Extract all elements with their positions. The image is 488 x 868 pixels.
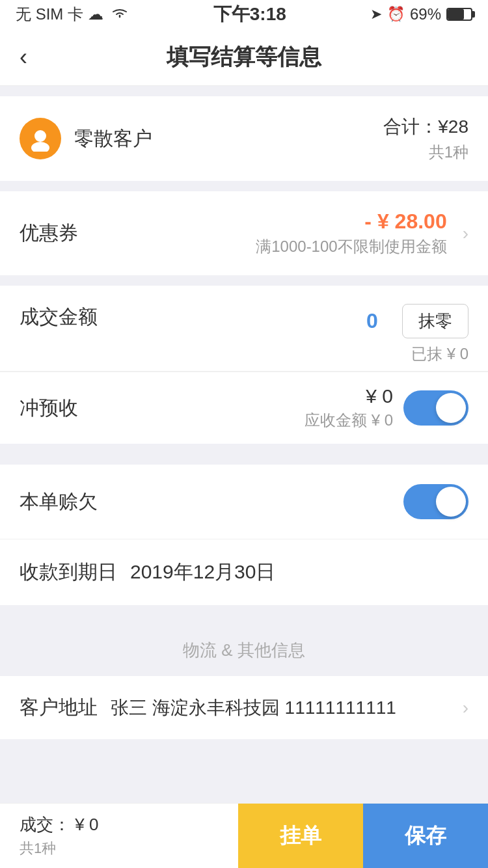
- customer-name: 零散客户: [74, 126, 152, 152]
- customer-avatar: [20, 118, 61, 159]
- back-button[interactable]: ‹: [20, 37, 40, 77]
- customer-count: 共1种: [383, 142, 468, 163]
- address-section[interactable]: 客户地址 张三 海淀永丰科技园 11111111111 ›: [0, 676, 488, 739]
- logistics-label: 物流 & 其他信息: [183, 640, 305, 660]
- transaction-row: 成交金额 0 抹零 已抹 ¥ 0: [0, 286, 488, 372]
- due-date-row: 收款到期日 2019年12月30日: [20, 559, 468, 586]
- bottom-bar: 成交： ¥ 0 共1种 挂单 保存: [0, 803, 488, 868]
- prepay-toggle[interactable]: [403, 390, 468, 426]
- battery-icon: [446, 8, 472, 21]
- coupon-row[interactable]: 优惠券 - ¥ 28.00 满1000-100不限制使用金额 ›: [0, 191, 488, 275]
- bottom-deal-count: 共1种: [20, 839, 219, 858]
- divider-3: [0, 444, 488, 454]
- bottom-info: 成交： ¥ 0 共1种: [0, 804, 238, 868]
- debt-label: 本单赊欠: [20, 489, 98, 515]
- coupon-info: - ¥ 28.00 满1000-100不限制使用金额: [256, 210, 446, 257]
- status-left: 无 SIM 卡 ☁: [16, 4, 129, 25]
- prepay-right: ¥ 0 应收金额 ¥ 0: [305, 385, 468, 431]
- address-chevron-icon: ›: [463, 698, 468, 718]
- svg-point-0: [34, 130, 46, 142]
- logistics-section: 物流 & 其他信息: [0, 626, 488, 675]
- address-left: 客户地址 张三 海淀永丰科技园 11111111111: [20, 694, 396, 721]
- customer-right: 合计：¥28 共1种: [383, 115, 468, 163]
- page-title: 填写结算等信息: [167, 42, 321, 72]
- prepay-row: 冲预收 ¥ 0 应收金额 ¥ 0: [0, 372, 488, 444]
- coupon-amount: - ¥ 28.00: [256, 210, 446, 234]
- prepay-sub: 应收金额 ¥ 0: [305, 410, 393, 431]
- status-bar: 无 SIM 卡 ☁ 下午3:18 ➤ ⏰ 69%: [0, 0, 488, 29]
- hold-button[interactable]: 挂单: [238, 804, 363, 868]
- customer-total: 合计：¥28: [383, 115, 468, 139]
- transaction-right: 0 抹零 已抹 ¥ 0: [353, 304, 468, 364]
- time-label: 下午3:18: [213, 2, 286, 27]
- sim-label: 无 SIM 卡 ☁: [16, 4, 103, 25]
- customer-left: 零散客户: [20, 118, 152, 159]
- prepay-label: 冲预收: [20, 395, 78, 422]
- toggle-knob: [436, 393, 466, 423]
- address-value: 张三 海淀永丰科技园 11111111111: [111, 696, 396, 720]
- divider-4: [0, 605, 488, 616]
- status-right: ➤ ⏰ 69%: [370, 5, 472, 23]
- coupon-desc: 满1000-100不限制使用金额: [256, 236, 446, 257]
- customer-section: 零散客户 合计：¥28 共1种: [0, 96, 488, 181]
- debt-section: 本单赊欠: [0, 465, 488, 539]
- divider-1: [0, 181, 488, 191]
- coupon-section: 优惠券 - ¥ 28.00 满1000-100不限制使用金额 ›: [0, 191, 488, 275]
- location-icon: ➤: [370, 6, 382, 23]
- save-button[interactable]: 保存: [363, 804, 488, 868]
- due-date-value[interactable]: 2019年12月30日: [130, 559, 275, 586]
- prepay-info: ¥ 0 应收金额 ¥ 0: [305, 385, 393, 431]
- debt-row: 本单赊欠: [20, 484, 468, 519]
- debt-toggle-knob: [436, 487, 466, 517]
- battery-label: 69%: [410, 5, 441, 23]
- svg-point-1: [31, 142, 49, 152]
- transaction-section: 成交金额 0 抹零 已抹 ¥ 0 冲预收 ¥ 0 应收金额 ¥ 0: [0, 286, 488, 444]
- transaction-label: 成交金额: [20, 304, 98, 331]
- due-date-section: 收款到期日 2019年12月30日: [0, 539, 488, 605]
- prepay-amount: ¥ 0: [305, 385, 393, 407]
- debt-toggle[interactable]: [403, 484, 468, 519]
- nav-bar: ‹ 填写结算等信息: [0, 29, 488, 86]
- transaction-sub: 已抹 ¥ 0: [411, 344, 468, 364]
- coupon-label: 优惠券: [20, 220, 78, 247]
- wifi-icon: [110, 5, 129, 23]
- coupon-right: - ¥ 28.00 满1000-100不限制使用金额 ›: [256, 210, 468, 257]
- address-label: 客户地址: [20, 694, 98, 721]
- content-area: 零散客户 合计：¥28 共1种 优惠券 - ¥ 28.00 满1000-100不…: [0, 86, 488, 868]
- divider-2: [0, 275, 488, 286]
- amount-top: 0 抹零: [353, 304, 468, 338]
- due-date-label: 收款到期日: [20, 559, 117, 586]
- alarm-icon: ⏰: [387, 6, 405, 23]
- chevron-right-icon: ›: [463, 223, 468, 244]
- bottom-deal-label: 成交： ¥ 0: [20, 813, 219, 836]
- transaction-value[interactable]: 0: [353, 309, 392, 333]
- round-button[interactable]: 抹零: [402, 304, 468, 338]
